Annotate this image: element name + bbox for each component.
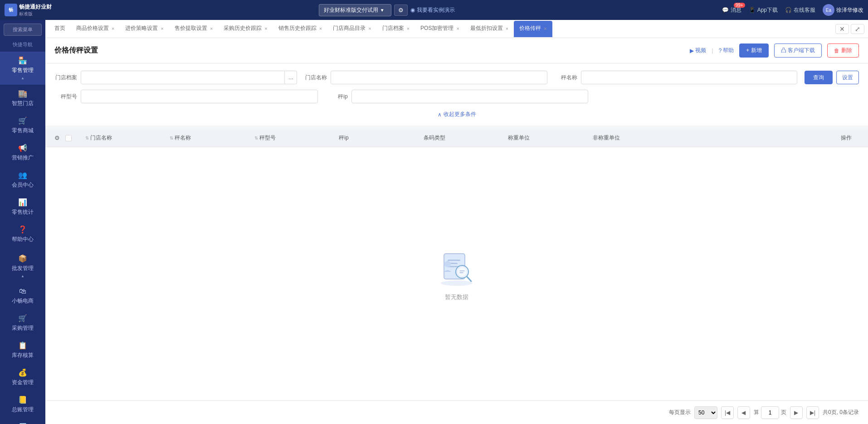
page-size-select[interactable]: 50 10 20 100	[694, 406, 717, 419]
tab-label: POS加密管理	[420, 24, 454, 32]
scale-ip-input[interactable]	[351, 90, 589, 103]
store-file-input-wrapper: ...	[81, 71, 297, 84]
th-store-name-sort-icon: ⇅	[85, 135, 89, 140]
form-row-2: 秤型号 秤ip	[54, 90, 859, 103]
scale-ip-label: 秤ip	[325, 93, 348, 101]
scale-model-input[interactable]	[81, 90, 318, 103]
sidebar-item-finance[interactable]: 💰 资金管理	[0, 364, 45, 391]
tab-close-icon[interactable]: ×	[112, 26, 114, 31]
search-menu-button[interactable]: 搜索菜单	[4, 24, 42, 36]
sidebar-item-inventory[interactable]: 📋 库存核算	[0, 337, 45, 364]
sidebar-item-retail-management[interactable]: 🏪 零售管理	[0, 52, 45, 85]
close-tab-button[interactable]: ✕	[835, 24, 849, 34]
sidebar-item-wholesale[interactable]: 📦 批发管理	[0, 250, 45, 283]
sidebar-item-smart-store[interactable]: 🏬 智慧门店	[0, 85, 45, 112]
tab-close-icon[interactable]: ×	[319, 26, 322, 31]
tab-label: 门店档案	[382, 24, 404, 32]
sidebar-item-label: 智慧门店	[12, 100, 34, 107]
tab-purchase-history[interactable]: 采购历史价跟踪 ×	[218, 21, 273, 37]
table-body: 暂无数据	[45, 147, 868, 400]
th-check[interactable]	[65, 135, 82, 141]
settings-button[interactable]: 设置	[836, 71, 859, 84]
sidebar-item-label: 总账管理	[12, 406, 34, 414]
video-link[interactable]: ▶ 视频	[690, 47, 706, 54]
top-bar: 畅 畅捷通好业财 标准版 好业财标准版交付试用 ▼ ⚙ ◉ 我要看实例演示 💬 …	[0, 0, 868, 20]
version-selector[interactable]: 好业财标准版交付试用 ▼	[319, 4, 391, 16]
select-all-checkbox[interactable]	[65, 135, 72, 141]
message-button[interactable]: 💬 消息 99+	[722, 6, 741, 14]
sidebar-item-general-ledger[interactable]: 📒 总账管理	[0, 391, 45, 418]
sidebar-item-ecommerce[interactable]: 🛍 小畅电商	[0, 283, 45, 309]
maximize-tab-button[interactable]: ⤢	[851, 24, 864, 34]
scale-name-label: 秤名称	[555, 74, 577, 82]
version-label: 好业财标准版交付试用	[324, 6, 378, 14]
th-scale-ip-label: 秤ip	[339, 134, 348, 142]
demo-link[interactable]: ◉ 我要看实例演示	[410, 6, 455, 14]
tab-pos-management[interactable]: POS加密管理 ×	[415, 21, 465, 37]
sidebar-item-help[interactable]: ❓ 帮助中心	[0, 221, 45, 248]
th-barcode-type-label: 条码类型	[424, 134, 445, 142]
tab-close-icon[interactable]: ×	[407, 26, 410, 31]
tab-close-icon[interactable]: ×	[456, 26, 459, 31]
app-download-button[interactable]: 📱 App下载	[749, 6, 778, 14]
help-link[interactable]: ? 帮助	[719, 47, 734, 54]
sidebar-item-member[interactable]: 👥 会员中心	[0, 166, 45, 193]
page-title: 价格传秤设置	[54, 46, 98, 55]
query-button[interactable]: 查询	[805, 71, 833, 84]
th-scale-model-sort-icon: ⇅	[254, 135, 258, 140]
tab-close-icon[interactable]: ×	[210, 26, 213, 31]
tab-close-icon[interactable]: ×	[264, 26, 267, 31]
th-gear[interactable]: ⚙	[49, 135, 65, 141]
sidebar-item-marketing[interactable]: 📢 营销推广	[0, 139, 45, 166]
online-service-button[interactable]: 🎧 在线客服	[785, 6, 815, 14]
tab-price-scale[interactable]: 价格传秤 ×	[514, 21, 552, 37]
purchase-icon: 🛒	[18, 314, 27, 323]
sidebar-item-label: 资金管理	[12, 379, 34, 386]
avatar: Ea	[823, 4, 834, 16]
sidebar-item-label: 会员中心	[12, 181, 34, 189]
help-label: 帮助	[723, 47, 734, 54]
tab-store-catalog[interactable]: 门店商品目录 ×	[327, 21, 376, 37]
prev-page-button[interactable]: ◀	[737, 406, 750, 419]
download-button[interactable]: 凸 客户端下载	[774, 43, 822, 58]
tab-min-discount[interactable]: 最低折扣设置 ×	[465, 21, 514, 37]
service-icon: 🎧	[785, 7, 792, 13]
empty-text: 暂无数据	[445, 293, 468, 301]
tab-close-icon[interactable]: ×	[506, 26, 508, 31]
tab-store-file[interactable]: 门店档案 ×	[377, 21, 415, 37]
message-icon: 💬	[722, 7, 729, 13]
tab-sale-history[interactable]: 销售历史价跟踪 ×	[273, 21, 327, 37]
tab-purchase-strategy[interactable]: 进价策略设置 ×	[120, 21, 169, 37]
scale-ip-field: 秤ip	[325, 90, 589, 103]
tab-price-settings[interactable]: 商品价格设置 ×	[71, 21, 120, 37]
page-input[interactable]	[761, 406, 779, 419]
tab-close-icon[interactable]: ×	[368, 26, 371, 31]
user-info[interactable]: Ea 徐泽华修改	[823, 4, 863, 16]
svg-point-0	[441, 280, 473, 286]
top-bar-right: 💬 消息 99+ 📱 App下载 🎧 在线客服 Ea 徐泽华修改	[722, 4, 863, 16]
tab-sale-extract[interactable]: 售价提取设置 ×	[169, 21, 218, 37]
store-file-input[interactable]	[81, 71, 285, 84]
store-file-extra-button[interactable]: ...	[285, 71, 297, 84]
delete-button[interactable]: 🗑 删除	[827, 43, 859, 58]
scale-name-input[interactable]	[581, 71, 797, 84]
store-name-input[interactable]	[331, 71, 547, 84]
help-icon: ❓	[18, 225, 27, 234]
sidebar-item-retail-stats[interactable]: 📊 零售统计	[0, 193, 45, 221]
tab-home[interactable]: 首页	[49, 21, 71, 37]
add-button[interactable]: + 新增	[739, 43, 768, 58]
sidebar-item-retail-mall[interactable]: 🛒 零售商城	[0, 112, 45, 139]
first-page-button[interactable]: |◀	[721, 406, 734, 419]
sidebar-nav-label[interactable]: 快捷导航	[0, 39, 45, 50]
next-page-button[interactable]: ▶	[790, 406, 803, 419]
sidebar-item-invoice[interactable]: 🧾 发票管理	[0, 418, 45, 424]
tab-close-icon[interactable]: ×	[161, 26, 163, 31]
sidebar-item-purchase[interactable]: 🛒 采购管理	[0, 309, 45, 337]
collapse-button[interactable]: ∧ 收起更多条件	[438, 111, 476, 118]
last-page-button[interactable]: ▶|	[806, 406, 819, 419]
collapse-icon: ∧	[438, 111, 442, 118]
settings-gear-button[interactable]: ⚙	[394, 5, 408, 16]
sidebar-item-label: 小畅电商	[12, 297, 34, 305]
tab-label: 门店商品目录	[333, 24, 366, 32]
tab-close-icon[interactable]: ×	[544, 26, 546, 31]
